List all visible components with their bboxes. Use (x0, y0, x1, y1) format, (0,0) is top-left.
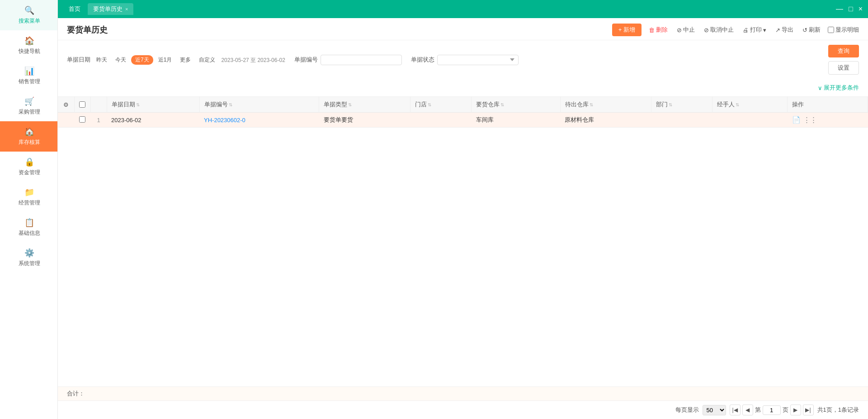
refresh-button[interactable]: ↺ 刷新 (801, 25, 822, 35)
sidebar-item-label: 基础信息 (19, 229, 40, 237)
th-doc-no[interactable]: 单据编号⇅ (199, 97, 319, 113)
filter-row-2: ∨ 展开更多条件 (67, 84, 859, 92)
export-icon: ↗ (775, 27, 780, 33)
th-checkbox[interactable] (74, 97, 90, 113)
th-store[interactable]: 门店⇅ (410, 97, 471, 113)
show-detail-toggle[interactable]: 显示明细 (828, 26, 859, 34)
pagination: 每页显示 50 20 100 200 |◀ ◀ 第 页 ▶ ▶| 共1页，1条记… (58, 400, 868, 419)
sidebar-item-inventory[interactable]: 🏠 库存核算 (0, 121, 57, 152)
sidebar-item-basic-info[interactable]: 📋 基础信息 (0, 212, 57, 243)
tab-requisition-history[interactable]: 要货单历史 × (88, 3, 133, 15)
th-department[interactable]: 部门⇅ (651, 97, 712, 113)
new-button[interactable]: + 新增 (612, 24, 642, 36)
table-footer: 合计： (58, 386, 868, 400)
system-icon: ⚙️ (24, 248, 34, 258)
row-checkbox[interactable] (79, 116, 85, 123)
first-page-button[interactable]: |◀ (730, 405, 741, 415)
stop-button[interactable]: ⊘ 中止 (675, 25, 697, 35)
date-btn-more[interactable]: 更多 (177, 55, 194, 65)
status-filter-select[interactable] (437, 55, 519, 65)
date-btn-yesterday[interactable]: 昨天 (93, 55, 110, 65)
th-doc-date[interactable]: 单据日期⇅ (107, 97, 199, 113)
td-doc-date: 2023-06-02 (107, 113, 199, 128)
select-all-checkbox[interactable] (79, 101, 85, 108)
td-doc-no[interactable]: YH-20230602-0 (199, 113, 319, 128)
sidebar-item-system[interactable]: ⚙️ 系统管理 (0, 243, 57, 273)
date-btn-custom[interactable]: 自定义 (196, 55, 218, 65)
td-req-warehouse: 车间库 (472, 113, 561, 128)
sidebar-item-quick-nav[interactable]: 🏠 快捷导航 (0, 30, 57, 61)
sidebar-item-sales[interactable]: 📊 销售管理 (0, 61, 57, 91)
th-settings[interactable]: ⚙ (58, 97, 74, 113)
cancel-stop-icon: ⊘ (704, 27, 709, 33)
td-store (410, 113, 471, 128)
print-button[interactable]: 🖨 打印 ▾ (741, 25, 768, 35)
th-num (90, 97, 107, 113)
page-title: 要货单历史 (67, 24, 108, 35)
page-nav: |◀ ◀ 第 页 ▶ ▶| (730, 405, 814, 415)
sidebar-item-purchase[interactable]: 🛒 采购管理 (0, 91, 57, 121)
th-handler[interactable]: 经手人⇅ (712, 97, 788, 113)
row-view-icon[interactable]: 📄 (792, 116, 801, 124)
main-table: ⚙ 单据日期⇅ 单据编号⇅ 单据类型⇅ (58, 97, 868, 128)
tab-home[interactable]: 首页 (63, 3, 86, 15)
sort-icon-dept: ⇅ (669, 102, 672, 107)
toolbar: + 新增 🗑 删除 ⊘ 中止 ⊘ 取消中止 🖨 打印 ▾ (612, 24, 859, 36)
td-checkbox[interactable] (74, 113, 90, 128)
last-page-button[interactable]: ▶| (803, 405, 814, 415)
operations-icon: 📁 (24, 187, 34, 197)
sort-icon-pend-wh: ⇅ (590, 102, 593, 107)
table-row: 1 2023-06-02 YH-20230602-0 要货单要货 车间库 原材料… (58, 113, 868, 128)
td-settings (58, 113, 74, 128)
query-button[interactable]: 查询 (828, 45, 859, 57)
sidebar-item-label: 采购管理 (19, 108, 40, 116)
cancel-stop-button[interactable]: ⊘ 取消中止 (702, 25, 736, 35)
per-page-select[interactable]: 50 20 100 200 (703, 405, 726, 415)
sidebar-item-finance[interactable]: 🔒 资金管理 (0, 152, 57, 182)
sidebar-item-label: 销售管理 (19, 78, 40, 86)
setting-button[interactable]: 设置 (828, 61, 859, 75)
date-btn-today[interactable]: 今天 (112, 55, 129, 65)
docno-filter-label: 单据编号 (294, 56, 318, 64)
sidebar-item-label: 经营管理 (19, 199, 40, 207)
window-close-icon[interactable]: × (859, 5, 863, 13)
sidebar-item-label: 系统管理 (19, 260, 40, 267)
prev-page-button[interactable]: ◀ (742, 405, 753, 415)
status-filter-group: 单据状态 (411, 55, 519, 65)
finance-icon: 🔒 (24, 157, 34, 167)
window-maximize-icon[interactable]: □ (849, 5, 853, 13)
sort-icon-date: ⇅ (136, 102, 140, 107)
page-input[interactable] (763, 405, 781, 415)
tab-close-icon[interactable]: × (125, 6, 128, 12)
sidebar-item-search-menu[interactable]: 🔍 搜索菜单 (0, 0, 57, 30)
th-doc-type[interactable]: 单据类型⇅ (319, 97, 410, 113)
sidebar: 🔍 搜索菜单 🏠 快捷导航 📊 销售管理 🛒 采购管理 🏠 库存核算 🔒 资金管… (0, 0, 58, 419)
page-label: 第 (755, 406, 761, 414)
sidebar-item-operations[interactable]: 📁 经营管理 (0, 182, 57, 212)
date-btn-7days[interactable]: 近7天 (131, 55, 153, 65)
sidebar-item-label: 搜索菜单 (19, 17, 40, 25)
export-button[interactable]: ↗ 导出 (774, 25, 795, 35)
sort-icon-req-wh: ⇅ (500, 102, 504, 107)
th-req-warehouse[interactable]: 要货仓库⇅ (472, 97, 561, 113)
summary-label: 合计： (67, 390, 85, 398)
topbar: 首页 要货单历史 × — □ × (58, 0, 868, 18)
row-more-icon[interactable]: ⋮⋮ (803, 116, 817, 124)
tab-home-label: 首页 (69, 5, 80, 13)
delete-button[interactable]: 🗑 删除 (647, 25, 670, 35)
th-actions: 操作 (788, 97, 868, 113)
td-handler (712, 113, 788, 128)
expand-more-button[interactable]: ∨ 展开更多条件 (818, 84, 859, 92)
date-btn-1month[interactable]: 近1月 (155, 55, 175, 65)
sidebar-item-label: 资金管理 (19, 169, 40, 176)
table-area: ⚙ 单据日期⇅ 单据编号⇅ 单据类型⇅ (58, 97, 868, 386)
show-detail-checkbox[interactable] (828, 27, 834, 33)
content-area: 要货单历史 + 新增 🗑 删除 ⊘ 中止 ⊘ 取消中止 🖨 打印 (58, 18, 868, 419)
next-page-button[interactable]: ▶ (790, 405, 801, 415)
purchase-icon: 🛒 (24, 96, 34, 106)
date-filter-label: 单据日期 (67, 56, 90, 64)
window-minimize-icon[interactable]: — (836, 5, 843, 13)
th-pending-warehouse[interactable]: 待出仓库⇅ (560, 97, 651, 113)
quick-nav-icon: 🏠 (24, 36, 34, 46)
docno-filter-input[interactable] (321, 55, 402, 65)
